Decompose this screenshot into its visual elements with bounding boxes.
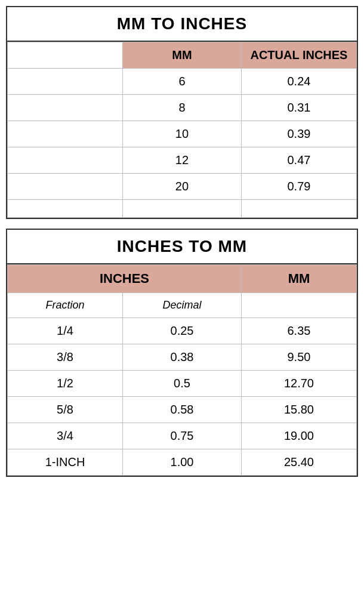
fraction-value: 3/4	[8, 423, 123, 449]
inches-value: 0.39	[241, 121, 356, 147]
mm-value: 20	[123, 174, 242, 200]
inches-to-mm-table-wrapper: INCHES MM Fraction Decimal 1/4 0.25 6.35…	[6, 264, 358, 477]
inches-value: 0.24	[241, 69, 356, 95]
mm-value: 6	[123, 69, 242, 95]
sub-header-decimal: Decimal	[123, 293, 242, 318]
decimal-value: 0.5	[123, 371, 242, 397]
table-row: 6 0.24	[8, 69, 357, 95]
sub-header-mm	[241, 293, 356, 318]
mm-value: 10	[123, 121, 242, 147]
inches-to-mm-title: INCHES TO MM	[6, 229, 358, 264]
table-row: 12 0.47	[8, 147, 357, 174]
mm-value: 25.40	[241, 449, 356, 476]
table-row: 20 0.79	[8, 174, 357, 200]
mm-value: 9.50	[241, 344, 356, 371]
empty-cell	[8, 174, 123, 200]
decimal-value: 1.00	[123, 449, 242, 476]
decimal-value: 0.58	[123, 397, 242, 423]
mm-value: 6.35	[241, 318, 356, 344]
fraction-value: 1/4	[8, 318, 123, 344]
fraction-value: 1-INCH	[8, 449, 123, 476]
table-row: 3/8 0.38 9.50	[8, 344, 357, 371]
mm-to-inches-table-wrapper: MM ACTUAL INCHES 6 0.24 8 0.31 10 0.39 1…	[6, 42, 358, 219]
inches-value: 0.31	[241, 95, 356, 121]
table-row: 1/2 0.5 12.70	[8, 371, 357, 397]
table-row: 1-INCH 1.00 25.40	[8, 449, 357, 476]
decimal-value: 0.25	[123, 318, 242, 344]
mm-header-row: MM ACTUAL INCHES	[8, 42, 357, 69]
mm-header-col2: MM	[123, 42, 242, 69]
conversion-container: MM TO INCHES MM ACTUAL INCHES 6 0.24 8 0…	[6, 6, 358, 477]
mm-to-inches-table: MM ACTUAL INCHES 6 0.24 8 0.31 10 0.39 1…	[7, 42, 357, 218]
mm-value: 12	[123, 147, 242, 174]
mm-to-inches-title: MM TO INCHES	[6, 6, 358, 42]
mm-value: 19.00	[241, 423, 356, 449]
inches-to-mm-table: INCHES MM Fraction Decimal 1/4 0.25 6.35…	[7, 264, 357, 476]
mm-value: 15.80	[241, 397, 356, 423]
fraction-value: 5/8	[8, 397, 123, 423]
inches-sub-header-row: Fraction Decimal	[8, 293, 357, 318]
inches-header-col-mm: MM	[241, 265, 356, 293]
decimal-value: 0.75	[123, 423, 242, 449]
empty-cell	[8, 147, 123, 174]
decimal-value: 0.38	[123, 344, 242, 371]
inches-header-col1: INCHES	[8, 265, 242, 293]
mm-header-col1	[8, 42, 123, 69]
mm-value: 8	[123, 95, 242, 121]
empty-cell	[8, 95, 123, 121]
empty-cell	[8, 69, 123, 95]
table-row: 5/8 0.58 15.80	[8, 397, 357, 423]
empty-cell	[8, 121, 123, 147]
table-row: 8 0.31	[8, 95, 357, 121]
mm-value: 12.70	[241, 371, 356, 397]
table-row: 3/4 0.75 19.00	[8, 423, 357, 449]
inches-value: 0.79	[241, 174, 356, 200]
fraction-value: 3/8	[8, 344, 123, 371]
mm-header-col3: ACTUAL INCHES	[241, 42, 356, 69]
inches-main-header-row: INCHES MM	[8, 265, 357, 293]
table-row: 10 0.39	[8, 121, 357, 147]
fraction-value: 1/2	[8, 371, 123, 397]
inches-value: 0.47	[241, 147, 356, 174]
sub-header-fraction: Fraction	[8, 293, 123, 318]
empty-row	[8, 200, 357, 218]
table-row: 1/4 0.25 6.35	[8, 318, 357, 344]
